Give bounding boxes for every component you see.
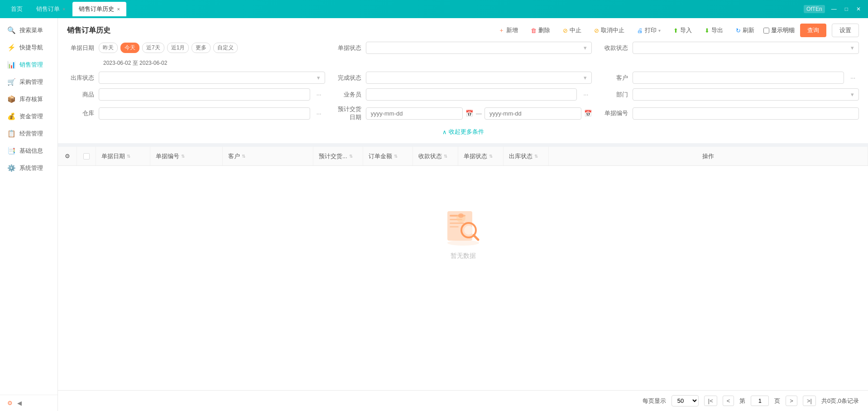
display-detail-input[interactable] bbox=[763, 28, 769, 34]
sidebar-item-basic-info[interactable]: 📑 基础信息 bbox=[0, 142, 58, 160]
print-button[interactable]: 🖨 打印 ▾ bbox=[633, 24, 664, 36]
date-dash: — bbox=[476, 110, 482, 117]
th-action: 操作 bbox=[549, 147, 868, 165]
th-date[interactable]: 单据日期 ⇅ bbox=[96, 147, 150, 165]
date-today[interactable]: 今天 bbox=[120, 43, 139, 53]
export-button[interactable]: ⬇ 导出 bbox=[701, 24, 727, 36]
date-more[interactable]: 更多 bbox=[192, 43, 211, 53]
out-status-select[interactable]: ▾ bbox=[99, 72, 325, 84]
delete-button[interactable]: 🗑 删除 bbox=[527, 24, 554, 36]
new-button[interactable]: ＋ 新增 bbox=[495, 24, 522, 36]
out-status-label: 出库状态 bbox=[67, 74, 99, 82]
minimize-icon[interactable]: — bbox=[829, 6, 839, 12]
th-bill-status[interactable]: 单据状态 ⇅ bbox=[458, 147, 504, 165]
th-bill-num[interactable]: 单据编号 ⇅ bbox=[150, 147, 223, 165]
sidebar-collapse-icon[interactable]: ◀ bbox=[17, 400, 22, 406]
sidebar-settings-icon[interactable]: ⚙ bbox=[7, 400, 13, 406]
sidebar-item-finance[interactable]: 💰 资金管理 bbox=[0, 108, 58, 125]
delete-icon: 🗑 bbox=[531, 27, 537, 34]
sidebar-item-search[interactable]: 🔍 搜索菜单 bbox=[0, 22, 58, 39]
close-window-icon[interactable]: ✕ bbox=[854, 6, 863, 12]
sales-icon: 📊 bbox=[7, 61, 16, 69]
maximize-icon[interactable]: □ bbox=[842, 6, 851, 12]
filter-dept: 部门 ▾ bbox=[601, 88, 859, 101]
sidebar-item-system[interactable]: ⚙️ 系统管理 bbox=[0, 160, 58, 177]
dept-select[interactable]: ▾ bbox=[633, 88, 859, 101]
sidebar-item-sales[interactable]: 📊 销售管理 bbox=[0, 56, 58, 73]
tab-sales-history-close[interactable]: × bbox=[117, 6, 120, 12]
sidebar-item-inventory[interactable]: 📦 库存核算 bbox=[0, 91, 58, 108]
sidebar-item-purchase[interactable]: 🛒 采购管理 bbox=[0, 73, 58, 91]
customer-more-icon[interactable]: ··· bbox=[847, 72, 859, 83]
export-label: 导出 bbox=[711, 26, 723, 34]
bill-no-input[interactable] bbox=[633, 107, 859, 120]
empty-illustration bbox=[436, 202, 490, 247]
tab-home[interactable]: 首页 bbox=[5, 2, 29, 16]
query-button[interactable]: 查询 bbox=[800, 24, 826, 37]
calendar-from-icon[interactable]: 📅 bbox=[465, 110, 473, 117]
filter-pay-status: 收款状态 ▾ bbox=[601, 42, 859, 54]
per-page-select[interactable]: 50 100 200 bbox=[671, 395, 699, 406]
complete-status-select[interactable]: ▾ bbox=[366, 72, 592, 84]
amount-sort-icon: ⇅ bbox=[394, 154, 398, 159]
warehouse-more-icon[interactable]: ··· bbox=[313, 108, 325, 119]
product-input[interactable] bbox=[99, 88, 310, 101]
import-label: 导入 bbox=[680, 26, 692, 34]
delivery-date-control: 📅 — 📅 bbox=[366, 107, 592, 120]
date-custom[interactable]: 自定义 bbox=[213, 43, 238, 53]
th-delivery[interactable]: 预计交货... ⇅ bbox=[313, 147, 363, 165]
page-title: 销售订单历史 bbox=[67, 26, 110, 35]
bill-status-select[interactable]: ▾ bbox=[366, 42, 592, 54]
th-amount[interactable]: 订单金额 ⇅ bbox=[363, 147, 413, 165]
date-1month[interactable]: 近1月 bbox=[167, 43, 189, 53]
settings-button[interactable]: 设置 bbox=[832, 24, 859, 37]
customer-input[interactable] bbox=[633, 72, 844, 84]
header-checkbox[interactable] bbox=[83, 153, 90, 160]
salesperson-input[interactable] bbox=[366, 88, 577, 101]
warehouse-input[interactable] bbox=[99, 107, 310, 120]
date-control: 昨天 今天 近7天 近1月 更多 自定义 bbox=[99, 43, 325, 53]
sidebar-item-sales-label: 销售管理 bbox=[19, 61, 43, 69]
th-out-status[interactable]: 出库状态 ⇅ bbox=[504, 147, 549, 165]
page-label: 第 bbox=[739, 397, 745, 405]
customer-sort-icon: ⇅ bbox=[242, 154, 245, 159]
delivery-date-from[interactable] bbox=[366, 107, 463, 120]
import-button[interactable]: ⬆ 导入 bbox=[670, 24, 695, 36]
per-page-label: 每页显示 bbox=[643, 397, 666, 405]
th-checkbox[interactable] bbox=[77, 147, 96, 165]
first-page-btn[interactable]: |< bbox=[704, 396, 717, 406]
tab-sales-order-close[interactable]: × bbox=[62, 6, 65, 12]
refresh-icon: ↻ bbox=[736, 27, 741, 34]
salesperson-more-icon[interactable]: ··· bbox=[580, 89, 592, 100]
collapse-icon: ∧ bbox=[442, 129, 447, 135]
pay-status-sort-icon: ⇅ bbox=[444, 154, 447, 159]
th-bill-num-label: 单据编号 bbox=[156, 152, 179, 160]
next-page-btn[interactable]: > bbox=[786, 396, 797, 406]
th-customer[interactable]: 客户 ⇅ bbox=[223, 147, 313, 165]
page-input[interactable] bbox=[751, 396, 769, 406]
display-detail-checkbox[interactable]: 显示明细 bbox=[763, 26, 795, 34]
refresh-button[interactable]: ↻ 刷新 bbox=[732, 24, 758, 36]
last-page-btn[interactable]: >| bbox=[803, 396, 816, 406]
date-yesterday[interactable]: 昨天 bbox=[99, 43, 118, 53]
sidebar-item-operation[interactable]: 📋 经营管理 bbox=[0, 125, 58, 142]
operation-icon: 📋 bbox=[7, 130, 16, 138]
product-control: ··· bbox=[99, 88, 325, 101]
th-out-status-label: 出库状态 bbox=[509, 152, 532, 160]
sidebar-item-quick-nav[interactable]: ⚡ 快捷导航 bbox=[0, 39, 58, 56]
th-pay-status[interactable]: 收款状态 ⇅ bbox=[413, 147, 458, 165]
delivery-date-to[interactable] bbox=[484, 107, 581, 120]
prev-page-btn[interactable]: < bbox=[723, 396, 734, 406]
date-7days[interactable]: 近7天 bbox=[142, 43, 164, 53]
tab-sales-history[interactable]: 销售订单历史 × bbox=[72, 2, 126, 16]
sidebar-item-purchase-label: 采购管理 bbox=[19, 78, 43, 86]
tab-sales-order[interactable]: 销售订单 × bbox=[30, 2, 72, 16]
th-settings[interactable]: ⚙ bbox=[58, 147, 77, 165]
cancel-stop-button[interactable]: ⊘ 取消中止 bbox=[590, 24, 628, 36]
collapse-row[interactable]: ∧ 收起更多条件 bbox=[67, 126, 859, 138]
product-more-icon[interactable]: ··· bbox=[313, 89, 325, 100]
pay-status-select[interactable]: ▾ bbox=[633, 42, 859, 54]
calendar-to-icon[interactable]: 📅 bbox=[584, 110, 592, 117]
stop-button[interactable]: ⊘ 中止 bbox=[559, 24, 585, 36]
delivery-date-label: 预计交货日期 bbox=[334, 105, 366, 121]
